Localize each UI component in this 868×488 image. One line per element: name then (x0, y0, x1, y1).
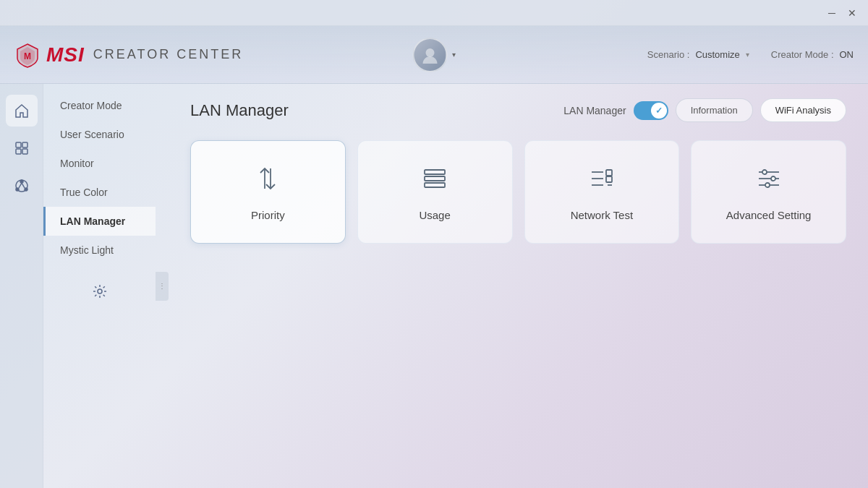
page-title: LAN Manager (190, 101, 549, 120)
svg-point-27 (765, 183, 770, 187)
card-network-test[interactable]: Network Test (524, 140, 680, 244)
tab-wifi-analysis[interactable]: WiFi Analysis (760, 98, 846, 122)
svg-point-7 (20, 180, 23, 183)
scenario-info: Scenario : Customize ▾ (647, 49, 749, 60)
svg-rect-4 (16, 149, 21, 154)
card-advanced-setting[interactable]: Advanced Setting (691, 140, 846, 244)
sidebar-bottom (43, 265, 156, 318)
svg-rect-13 (425, 170, 445, 174)
nav-icon-home[interactable] (6, 95, 38, 127)
nav-icon-circle-connected[interactable] (6, 170, 38, 202)
logo-msi: msi (46, 43, 85, 67)
card-priority[interactable]: Priority (190, 140, 346, 244)
logo-area: M msi CREATOR CENTER (14, 42, 243, 68)
advanced-setting-icon (753, 163, 785, 197)
msi-shield-icon: M (14, 42, 41, 68)
svg-line-10 (19, 183, 22, 188)
sidebar-item-mystic-light[interactable]: Mystic Light (43, 236, 156, 265)
titlebar: ─ ✕ (0, 0, 868, 26)
scenario-value: Customize (695, 49, 739, 60)
page-header: LAN Manager LAN Manager ✓ Information Wi… (190, 98, 846, 122)
svg-point-25 (762, 170, 767, 174)
card-priority-label: Priority (251, 209, 285, 221)
creator-mode-info: Creator Mode : ON (771, 49, 854, 60)
card-usage-label: Usage (419, 209, 450, 221)
creator-mode-label: Creator Mode : (771, 49, 834, 60)
app-header: M msi CREATOR CENTER ▾ Scenario : Custom… (0, 26, 868, 84)
scenario-dropdown-icon[interactable]: ▾ (746, 51, 749, 59)
svg-rect-5 (22, 149, 27, 154)
lan-manager-toggle[interactable]: ✓ (634, 101, 668, 120)
card-advanced-setting-label: Advanced Setting (726, 209, 812, 221)
scenario-label: Scenario : (647, 49, 690, 60)
cards-grid: Priority Usage (190, 140, 846, 244)
svg-point-1 (426, 48, 435, 57)
svg-point-8 (16, 188, 19, 191)
creator-mode-value: ON (840, 49, 854, 60)
toggle-thumb: ✓ (651, 103, 667, 119)
svg-rect-20 (606, 176, 612, 182)
close-button[interactable]: ✕ (842, 3, 862, 23)
sidebar-item-user-scenario[interactable]: User Scenario (43, 120, 156, 149)
priority-icon (252, 163, 284, 197)
logo-subtitle: CREATOR CENTER (93, 47, 243, 62)
avatar[interactable] (413, 38, 448, 72)
svg-rect-19 (606, 170, 612, 176)
svg-rect-3 (22, 142, 27, 147)
toggle-label: LAN Manager (563, 105, 626, 116)
sidebar-menu: Creator Mode User Scenario Monitor True … (43, 84, 156, 488)
sidebar-item-lan-manager[interactable]: LAN Manager (43, 207, 156, 236)
usage-icon (419, 163, 451, 197)
minimize-button[interactable]: ─ (822, 3, 842, 23)
content-area: LAN Manager LAN Manager ✓ Information Wi… (169, 84, 868, 488)
main-content: Creator Mode User Scenario Monitor True … (0, 84, 868, 488)
svg-point-9 (25, 188, 27, 191)
svg-text:M: M (24, 51, 31, 61)
header-controls: LAN Manager ✓ Information WiFi Analysis (563, 98, 846, 122)
network-test-icon (586, 163, 618, 197)
avatar-dropdown-icon[interactable]: ▾ (452, 51, 456, 59)
sidebar-collapse-button[interactable]: ⋮ (156, 272, 169, 301)
svg-rect-14 (425, 176, 445, 181)
sidebar-icons (0, 84, 43, 488)
svg-rect-2 (16, 142, 21, 147)
header-right: Scenario : Customize ▾ Creator Mode : ON (647, 49, 854, 60)
svg-line-11 (22, 183, 25, 188)
card-network-test-label: Network Test (571, 209, 633, 221)
svg-rect-15 (425, 183, 445, 187)
svg-point-12 (98, 289, 102, 294)
card-usage[interactable]: Usage (357, 140, 513, 244)
sidebar-item-monitor[interactable]: Monitor (43, 149, 156, 178)
settings-icon[interactable] (84, 275, 116, 307)
tab-information[interactable]: Information (676, 98, 753, 122)
sidebar: Creator Mode User Scenario Monitor True … (0, 84, 156, 488)
header-center: ▾ (413, 38, 456, 72)
sidebar-item-creator-mode[interactable]: Creator Mode (43, 91, 156, 120)
toggle-check-icon: ✓ (655, 106, 663, 116)
sidebar-item-true-color[interactable]: True Color (43, 178, 156, 207)
nav-icon-grid[interactable] (6, 132, 38, 164)
svg-point-26 (771, 176, 775, 181)
